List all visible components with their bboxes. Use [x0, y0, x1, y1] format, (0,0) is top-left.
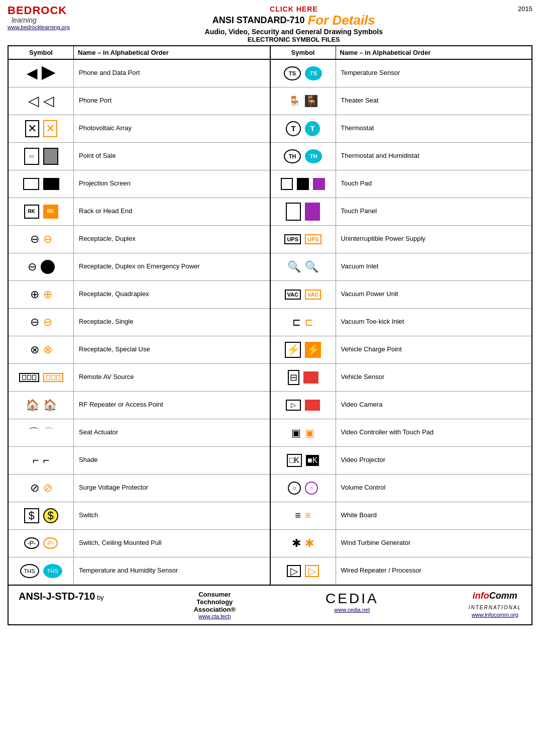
click-here-label: CLICK HERE — [80, 5, 508, 13]
footer-ansi-block: ANSI-J-STD-710 by — [19, 591, 104, 602]
symbol-icon: ⊖ — [30, 316, 39, 329]
right-col-header: Symbol Name – in Alphabetical Order — [271, 46, 532, 60]
footer-org2: CEDIA www.cedia.net — [326, 591, 379, 613]
org3-name: infoComm INTERNATIONAL — [469, 591, 521, 612]
symbol-icon — [19, 373, 39, 382]
symbol-icon-filled: ✱ — [305, 537, 314, 550]
name-cell: Vehicle Charge Point — [336, 343, 532, 356]
symbol-icon: TH — [284, 149, 301, 163]
org2-url: www.cedia.net — [326, 607, 379, 613]
symbol-icon: 🏠 — [26, 399, 39, 412]
symbol-cell: ⊟ — [271, 364, 336, 391]
name-cell: Receptacle, Special Use — [74, 343, 270, 356]
symbol-icon-filled: ⌒ — [43, 425, 54, 440]
org3-url: www.infocomm.org — [469, 612, 521, 618]
symbol-cell: ◀ — [9, 60, 74, 87]
symbol-cell: ⌒ ⌒ — [9, 419, 74, 446]
name-cell: Temperature Sensor — [336, 67, 532, 79]
symbol-cell: ◁ ◁ — [9, 87, 74, 115]
name-cell: Video Projector — [336, 454, 532, 466]
table-row: 🏠 🏠 RF Repeater or Access Point — [9, 392, 270, 419]
table-row: ◀ Phone and Data Port — [9, 60, 270, 87]
table-row: ⊖ ⊖ Receptacle, Single — [9, 309, 270, 336]
table-row: ▷ Video Camera — [271, 392, 532, 419]
symbol-icon: □K — [287, 454, 302, 467]
symbol-icon-filled: THS — [43, 564, 62, 578]
symbol-cell: ✕ ✕ — [9, 115, 74, 142]
table-row: ▣ ▣ Video Controller with Touch Pad — [271, 419, 532, 447]
right-name-header: Name – in Alphabetical Order — [336, 46, 532, 59]
symbol-icon-filled: 🔍 — [305, 260, 318, 273]
name-cell: Shade — [74, 454, 270, 466]
table-row: -P- -P- Switch, Ceiling Mounted Pull — [9, 530, 270, 557]
symbol-icon-filled: ⌐ — [43, 454, 50, 467]
symbol-cell: ▭ — [9, 143, 74, 170]
symbol-icon: ⊏ — [292, 316, 301, 328]
symbol-cell: TH TH — [271, 143, 336, 170]
symbol-cell — [9, 170, 74, 198]
name-cell: Vacuum Power Unit — [336, 288, 532, 301]
table-row: THS THS Temperature and Humidity Sensor — [9, 557, 270, 585]
symbol-icon-filled: ■K — [306, 455, 319, 466]
table-row: □K ■K Video Projector — [271, 447, 532, 475]
symbol-cell: ⊖ ⊖ — [9, 226, 74, 253]
symbol-cell: ▣ ▣ — [271, 419, 336, 446]
name-cell: Uninterruptible Power Supply — [336, 233, 532, 245]
symbol-cell: VAC VAC — [271, 281, 336, 308]
logo-block: BEDROCK learning www.bedrocklearning.org — [8, 5, 70, 30]
symbol-cell: 🪑 🪑 — [271, 87, 336, 115]
symbol-cell: $ $ — [9, 502, 74, 529]
header: BEDROCK learning www.bedrocklearning.org… — [8, 5, 532, 43]
table-row: $ $ Switch — [9, 502, 270, 530]
symbol-icon-filled: RK — [43, 205, 58, 219]
name-cell: Touch Panel — [336, 205, 532, 218]
symbol-icon-filled: ⊖ — [43, 316, 52, 329]
symbol-icon — [281, 178, 293, 190]
name-cell: Receptacle, Duplex — [74, 233, 270, 245]
name-cell: Wired Repeater / Processor — [336, 564, 532, 577]
table-row: Touch Panel — [271, 198, 532, 226]
name-cell: Rack or Head End — [74, 205, 270, 218]
name-cell: Receptacle, Single — [74, 316, 270, 328]
symbol-cell: ≡ ≡ — [271, 502, 336, 529]
right-symbol-header: Symbol — [271, 46, 336, 59]
name-cell: Surge Voltage Protector — [74, 482, 270, 494]
name-cell: Wind Turbine Generator — [336, 537, 532, 549]
table-row: 🪑 🪑 Theater Seat — [271, 87, 532, 115]
footer-org1: ConsumerTechnologyAssociation® www.cta.t… — [194, 591, 236, 619]
right-half: Symbol Name – in Alphabetical Order TS T… — [271, 46, 532, 585]
symbol-icon-filled: ✕ — [43, 120, 57, 137]
symbol-icon-filled: ⚡ — [305, 342, 321, 358]
logo-learning: learning — [12, 16, 70, 24]
name-cell: Phone Port — [74, 94, 270, 107]
symbol-cell: -P- -P- — [9, 530, 74, 557]
org2-name: CEDIA — [326, 591, 379, 607]
symbol-icon: ▷ — [286, 400, 301, 411]
name-cell: Receptacle, Duplex on Emergency Power — [74, 260, 270, 273]
name-cell: Touch Pad — [336, 177, 532, 190]
table-row: ⊖ ⊖ Receptacle, Duplex on Emergency Powe… — [9, 253, 270, 281]
table-row: 🔍 🔍 Vacuum Inlet — [271, 253, 532, 281]
symbol-icon: ⚡ — [285, 342, 301, 358]
table-row: Projection Screen — [9, 170, 270, 198]
symbol-icon: -P- — [24, 537, 39, 549]
symbol-cell: ⊖ ⊖ — [9, 309, 74, 336]
name-cell: Theater Seat — [336, 94, 532, 107]
table-row: ◁ ◁ Phone Port — [9, 87, 270, 115]
symbol-cell: RK RK — [9, 198, 74, 225]
table-row: ⊟ Vehicle Sensor — [271, 364, 532, 392]
name-cell: Switch, Ceiling Mounted Pull — [74, 537, 270, 549]
name-cell: Thermostat — [336, 122, 532, 135]
main-table: Symbol Name – in Alphabetical Order ◀ Ph… — [8, 45, 532, 586]
symbol-icon: VAC — [285, 290, 301, 300]
symbol-icon-filled — [303, 371, 318, 384]
table-row: ⌐ ⌐ Shade — [9, 447, 270, 475]
symbol-icon-filled: ≡ — [305, 510, 311, 521]
left-symbol-header: Symbol — [9, 46, 74, 59]
org1-url: www.cta.tech — [194, 613, 236, 619]
symbol-icon: ⊖ — [30, 233, 39, 246]
symbol-icon: ▷ — [287, 565, 301, 577]
table-row: ⊗ ⊗ Receptacle, Special Use — [9, 336, 270, 364]
name-cell: Projection Screen — [74, 177, 270, 190]
symbol-cell: THS THS — [9, 557, 74, 585]
